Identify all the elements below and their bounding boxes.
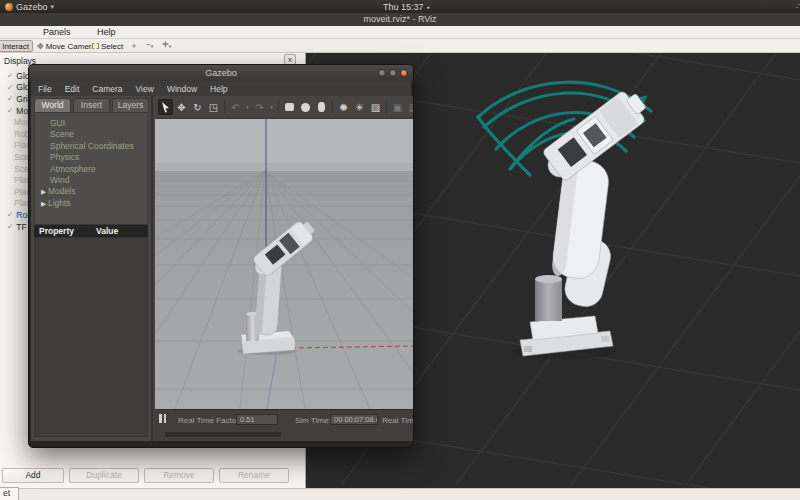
- gazebo-statusbar: Real Time Factor: 0.51 Sim Time: 00 00:0…: [155, 409, 413, 441]
- gz-menu-camera[interactable]: Camera: [92, 84, 122, 94]
- check-icon: ✓: [7, 94, 13, 103]
- minimize-button[interactable]: [378, 69, 386, 77]
- insert-box-tool[interactable]: [282, 99, 297, 115]
- gazebo-window-title: Gazebo: [205, 68, 237, 78]
- remove-button[interactable]: Remove: [144, 468, 214, 483]
- undo-dropdown[interactable]: ▾: [244, 99, 251, 115]
- chevron-down-icon: ▾: [151, 43, 154, 49]
- world-tree: GUI Scene Spherical Coordinates Physics …: [34, 112, 148, 225]
- app-menu[interactable]: Gazebo ▾: [5, 0, 54, 13]
- move-camera-icon: ✥: [37, 42, 44, 51]
- gazebo-logo-icon: [5, 3, 13, 11]
- property-table-body: [34, 237, 148, 437]
- sphere-icon: [301, 103, 310, 112]
- check-icon: ✓: [7, 210, 13, 219]
- tree-item-gui[interactable]: GUI: [35, 118, 147, 129]
- toolbar-separator: [386, 100, 387, 114]
- desktop: moveit.rviz* - RViz Panels Help Interact…: [0, 0, 800, 500]
- rviz-menubar: Panels Help: [0, 26, 800, 39]
- cursor-icon: [161, 102, 170, 113]
- indicator-icon: ●: [427, 4, 430, 10]
- sim-time-value: 00 00:07:08.672: [330, 414, 378, 425]
- status-scrollbar[interactable]: [165, 432, 281, 437]
- clock-text: Thu 15:37: [383, 2, 424, 12]
- tab-layers[interactable]: Layers: [112, 98, 149, 112]
- gz-menu-view[interactable]: View: [136, 84, 154, 94]
- gazebo-3d-viewport[interactable]: [155, 119, 413, 409]
- property-column-header[interactable]: Property: [39, 226, 74, 236]
- tree-item-atmosphere[interactable]: Atmosphere: [35, 164, 147, 175]
- paste-button[interactable]: ▤: [406, 99, 414, 115]
- tree-item-scene[interactable]: Scene: [35, 129, 147, 140]
- check-icon: ✓: [7, 83, 13, 92]
- close-button[interactable]: [400, 69, 408, 77]
- rviz-toolbar: Interact ✥ Move Camera Select ＋ −▾ ✛▾: [0, 39, 800, 53]
- chevron-down-icon: ▾: [51, 3, 55, 11]
- expand-arrow-icon[interactable]: ▶: [41, 188, 46, 195]
- scale-tool[interactable]: ◳: [206, 99, 221, 115]
- duplicate-button[interactable]: Duplicate: [69, 468, 139, 483]
- tree-item-physics[interactable]: Physics: [35, 152, 147, 163]
- gazebo-body: World Insert Layers GUI Scene Spherical …: [31, 96, 413, 441]
- rtf-value: 0.51: [236, 414, 278, 425]
- translate-tool[interactable]: ✥: [174, 99, 189, 115]
- select-arrow-tool[interactable]: [158, 99, 173, 115]
- redo-button[interactable]: ↷: [252, 99, 267, 115]
- undo-button[interactable]: ↶: [228, 99, 243, 115]
- tab-world[interactable]: World: [34, 98, 71, 112]
- value-column-header[interactable]: Value: [96, 226, 118, 236]
- interact-tool-button[interactable]: Interact: [0, 40, 33, 52]
- toolbar-separator: [224, 100, 225, 114]
- tab-insert[interactable]: Insert: [73, 98, 110, 112]
- insert-sphere-tool[interactable]: [298, 99, 313, 115]
- tree-item-spherical-coordinates[interactable]: Spherical Coordinates: [35, 141, 147, 152]
- rtf-label: Real Time Factor:: [178, 416, 241, 425]
- check-icon: ✓: [7, 106, 13, 115]
- rviz-statusbar: [0, 488, 800, 500]
- rviz-titlebar[interactable]: moveit.rviz* - RViz: [0, 13, 800, 26]
- gz-menu-edit[interactable]: Edit: [65, 84, 80, 94]
- gazebo-3d-scene: [155, 119, 413, 409]
- chevron-down-icon: ▾: [169, 43, 172, 49]
- pause-button[interactable]: [159, 414, 166, 423]
- tree-item-wind[interactable]: Wind: [35, 175, 147, 186]
- partial-panel-tab[interactable]: et: [0, 487, 19, 500]
- focus-camera-icon[interactable]: ＋: [130, 40, 138, 51]
- insert-cylinder-tool[interactable]: [314, 99, 329, 115]
- point-light-tool[interactable]: ✺: [336, 99, 351, 115]
- box-icon: [285, 103, 294, 111]
- rviz-menu-panels[interactable]: Panels: [43, 27, 71, 37]
- rotate-tool[interactable]: ↻: [190, 99, 205, 115]
- copy-button[interactable]: ▣: [390, 99, 405, 115]
- maximize-button[interactable]: [389, 69, 397, 77]
- clock[interactable]: Thu 15:37 ●: [383, 0, 430, 13]
- property-table-header: Property Value: [34, 225, 148, 237]
- measure-icon[interactable]: −▾: [146, 40, 153, 49]
- expand-arrow-icon[interactable]: ▶: [41, 200, 46, 207]
- cylinder-icon: [318, 102, 325, 112]
- app-menu-label: Gazebo: [16, 2, 48, 12]
- tree-item-lights[interactable]: ▶Lights: [35, 198, 147, 209]
- tray-icon[interactable]: ∴: [796, 1, 800, 11]
- gazebo-menubar: File Edit Camera View Window Help: [31, 81, 411, 96]
- tree-item-models[interactable]: ▶Models: [35, 186, 147, 197]
- gz-menu-window[interactable]: Window: [167, 84, 197, 94]
- check-icon: ✓: [7, 71, 13, 80]
- select-tool-button[interactable]: Select: [88, 40, 127, 52]
- redo-dropdown[interactable]: ▾: [268, 99, 275, 115]
- window-controls: [378, 69, 408, 77]
- rviz-menu-help[interactable]: Help: [97, 27, 116, 37]
- rename-button[interactable]: Rename: [219, 468, 289, 483]
- gz-menu-file[interactable]: File: [38, 84, 52, 94]
- gz-menu-help[interactable]: Help: [210, 84, 227, 94]
- gazebo-panel-tabs: World Insert Layers: [34, 98, 149, 112]
- rviz-window-title: moveit.rviz* - RViz: [363, 14, 436, 24]
- directional-light-tool[interactable]: ▨: [368, 99, 383, 115]
- real-time-label: Real Time:: [382, 416, 414, 425]
- spot-light-tool[interactable]: ✳: [352, 99, 367, 115]
- add-button[interactable]: Add: [2, 468, 64, 483]
- gazebo-titlebar[interactable]: Gazebo: [29, 65, 413, 81]
- gazebo-left-panel: World Insert Layers GUI Scene Spherical …: [31, 96, 153, 441]
- sim-time-label: Sim Time:: [295, 416, 331, 425]
- pose-estimate-icon[interactable]: ✛▾: [162, 40, 171, 49]
